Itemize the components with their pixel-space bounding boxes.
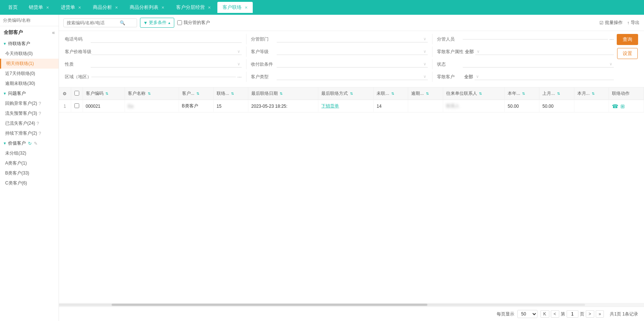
filter-customer-type-select[interactable]: ∨ xyxy=(277,73,428,80)
nav-tab-2[interactable]: 商品分析 ✕ xyxy=(88,2,123,13)
grid-action-icon[interactable]: ⊞ xyxy=(620,103,625,109)
phone-action-icon[interactable]: ☎ xyxy=(612,103,618,109)
last-page-button[interactable]: » xyxy=(596,310,604,318)
sort-contact-person-icon: ⇅ xyxy=(479,92,482,96)
sort-this-month-icon: ⇅ xyxy=(592,92,595,96)
cell-last-method[interactable]: 下销货单 xyxy=(318,100,374,113)
search-input[interactable] xyxy=(67,20,118,25)
refresh-icon[interactable]: ↻ xyxy=(28,141,32,146)
customer-name-blurred: Ea xyxy=(128,104,133,109)
col-check[interactable] xyxy=(71,87,83,100)
sidebar-section-pending[interactable]: ▼ 待联络客户 xyxy=(0,39,59,49)
my-customers-filter[interactable]: 我分管的客户 xyxy=(177,20,210,26)
col-year-amount[interactable]: 本年... ⇅ xyxy=(505,87,539,100)
close-tab-5-icon[interactable]: ✕ xyxy=(245,6,248,10)
last-contact-method-link[interactable]: 下销货单 xyxy=(321,103,339,108)
filter-phone-input[interactable] xyxy=(91,36,242,43)
divider-1 xyxy=(246,34,246,44)
sidebar-item-b-class[interactable]: B类客户(33) xyxy=(0,168,59,178)
sidebar-collapse-icon[interactable]: « xyxy=(52,30,55,35)
filter-retail-select[interactable]: ∨ xyxy=(475,73,614,80)
sidebar-item-c-class[interactable]: C类客户(6) xyxy=(0,178,59,188)
sort-contact-count-icon: ⇅ xyxy=(231,92,234,96)
my-customers-checkbox[interactable] xyxy=(177,20,182,25)
set-button[interactable]: 设置 xyxy=(617,48,638,59)
sidebar-item-overdue[interactable]: 逾期未联络(30) xyxy=(0,79,59,89)
nav-tab-5[interactable]: 客户联络 ✕ xyxy=(217,2,253,13)
export-button[interactable]: ↑ 导出 xyxy=(627,20,640,26)
page-size-select[interactable]: 50 20 100 xyxy=(517,310,538,318)
col-contact-person[interactable]: 往来单位联系人 ⇅ xyxy=(443,87,504,100)
next-page-button[interactable]: > xyxy=(586,310,594,318)
col-overdue[interactable]: 逾期... ⇅ xyxy=(408,87,443,100)
close-tab-4-icon[interactable]: ✕ xyxy=(208,6,211,10)
bulk-ops-button[interactable]: ☑ 批量操作 xyxy=(599,20,623,26)
filter-label: 更多条件 xyxy=(149,20,167,26)
sidebar-section-problem[interactable]: ▼ 问题客户 xyxy=(0,89,59,99)
col-code[interactable]: 客户编码 ⇅ xyxy=(83,87,125,100)
filter-payment-select[interactable]: ∨ xyxy=(277,61,428,68)
nav-tab-4[interactable]: 客户分层经营 ✕ xyxy=(171,2,216,13)
filter-retail-attr-value: 全部 xyxy=(465,49,474,55)
filter-region-dots[interactable]: ··· xyxy=(237,74,242,80)
sidebar-item-a-class[interactable]: A类客户(1) xyxy=(0,158,59,168)
close-tab-1-icon[interactable]: ✕ xyxy=(78,6,81,10)
row-checkbox[interactable] xyxy=(74,103,79,108)
sidebar-item-repurchase-abnormal[interactable]: 回购异常客户(2) ? xyxy=(0,99,59,108)
col-gear[interactable]: ⚙ xyxy=(59,87,71,100)
close-tab-2-icon[interactable]: ✕ xyxy=(115,6,118,10)
first-page-button[interactable]: K xyxy=(540,310,549,318)
nav-tab-0[interactable]: 销货单 ✕ xyxy=(24,2,54,13)
filter-dept-select[interactable]: ∨ xyxy=(277,36,428,42)
sidebar-search-input[interactable] xyxy=(3,18,58,23)
filter-retail-value: 全部 xyxy=(464,74,473,80)
cell-name: Ea xyxy=(125,100,179,113)
col-last-date[interactable]: 最后联络日期 ⇅ xyxy=(248,87,318,100)
sidebar-item-churned[interactable]: 已流失客户(24) ? xyxy=(0,118,59,128)
filter-nature-select[interactable]: ∨ xyxy=(91,61,242,68)
nav-tab-3[interactable]: 商品分析列表 ✕ xyxy=(125,2,169,13)
sidebar-item-tomorrow[interactable]: 明天待联络(1) xyxy=(0,59,59,69)
scrollbar-thumb[interactable] xyxy=(112,304,427,306)
sidebar-item-today[interactable]: 今天待联络(0) xyxy=(0,49,59,59)
select-all-checkbox[interactable] xyxy=(74,91,79,96)
filter-payment-label: 收付款条件 xyxy=(251,61,277,68)
toolbar-right: ☑ 批量操作 ↑ 导出 xyxy=(599,20,640,26)
sidebar-item-ungrouged[interactable]: 未分组(32) xyxy=(0,148,59,158)
nav-tab-1[interactable]: 进货单 ✕ xyxy=(56,2,86,13)
col-last-month[interactable]: 上月... ⇅ xyxy=(539,87,574,100)
horizontal-scrollbar[interactable] xyxy=(59,303,644,307)
filter-price-level-select[interactable]: ∨ xyxy=(91,48,242,55)
gear-icon[interactable]: ⚙ xyxy=(63,91,67,96)
sidebar-item-churn-warning[interactable]: 流失预警客户(3) ? xyxy=(0,108,59,118)
query-button[interactable]: 查询 xyxy=(617,34,638,45)
chevron-down-level-icon: ∨ xyxy=(423,49,426,54)
filter-customer-level-select[interactable]: ∨ xyxy=(277,48,428,55)
filter-retail-attr-select[interactable]: ∨ xyxy=(475,48,614,55)
sidebar-item-declining[interactable]: 持续下滑客户(2) ? xyxy=(0,128,59,138)
sidebar-section-value[interactable]: ▼ 价值客户 ↻ ✎ xyxy=(0,138,59,148)
nav-home[interactable]: 首页 xyxy=(4,2,22,13)
more-filter-button[interactable]: ▼ 更多条件 ▲ xyxy=(140,18,174,28)
col-no-contact[interactable]: 未联... ⇅ xyxy=(374,87,408,100)
col-action: 联络动作 xyxy=(609,87,644,100)
scrollbar-track[interactable] xyxy=(59,304,585,306)
close-tab-0-icon[interactable]: ✕ xyxy=(46,6,49,10)
close-tab-3-icon[interactable]: ✕ xyxy=(161,6,164,10)
search-box-icon[interactable]: 🔍 xyxy=(120,20,125,25)
edit-icon[interactable]: ✎ xyxy=(34,141,38,146)
col-type[interactable]: 客户... ⇅ xyxy=(179,87,213,100)
sidebar-item-7days[interactable]: 近7天待联络(0) xyxy=(0,69,59,79)
filter-manager-dots[interactable]: ··· xyxy=(609,36,614,42)
filter-row-3: 性质 ∨ 收付款条件 ∨ xyxy=(65,59,614,69)
col-name[interactable]: 客户名称 ⇅ xyxy=(125,87,179,100)
prev-page-button[interactable]: < xyxy=(551,310,559,318)
col-this-month[interactable]: 本月... ⇅ xyxy=(574,87,609,100)
col-contact-count[interactable]: 联络... ⇅ xyxy=(213,87,248,100)
sidebar-all-customers[interactable]: 全部客户 « xyxy=(0,26,59,39)
cell-checkbox[interactable] xyxy=(71,100,83,113)
filter-status-select[interactable]: ∨ xyxy=(463,61,614,68)
customer-table: ⚙ 客户编码 ⇅ 客户名称 ⇅ xyxy=(59,87,644,113)
page-number-input[interactable] xyxy=(567,310,578,318)
col-last-method[interactable]: 最后联络方式 ⇅ xyxy=(318,87,374,100)
